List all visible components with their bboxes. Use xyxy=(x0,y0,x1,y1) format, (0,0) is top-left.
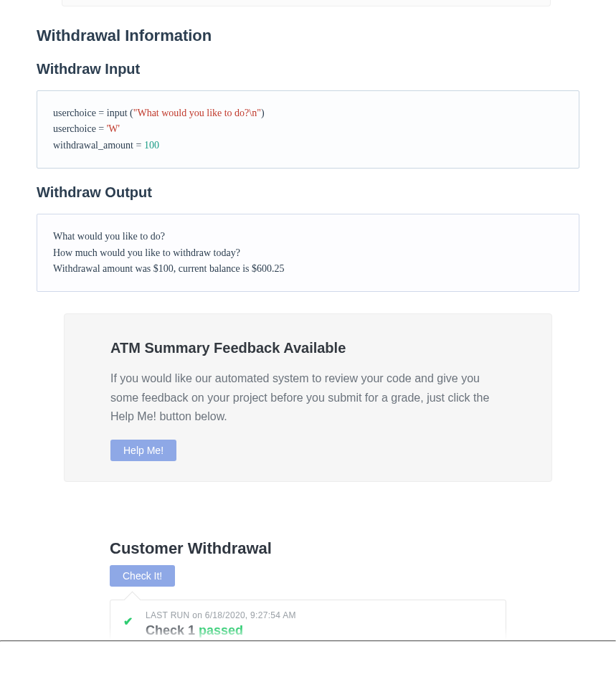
heading-withdraw-output: Withdraw Output xyxy=(37,184,579,201)
code-input-box: userchoice = input ("What would you like… xyxy=(37,90,579,169)
feedback-title: ATM Summary Feedback Available xyxy=(110,340,506,356)
heading-withdraw-input: Withdraw Input xyxy=(37,61,579,77)
code-line: withdrawal_amount = 100 xyxy=(53,138,563,153)
feedback-body: If you would like our automated system t… xyxy=(110,369,506,426)
code-number: 100 xyxy=(144,140,159,151)
last-run-timestamp: 6/18/2020, 9:27:54 AM xyxy=(205,610,296,620)
code-text: ) xyxy=(261,108,265,118)
customer-withdrawal-section: Customer Withdrawal Check It! ✔ LAST RUN… xyxy=(64,539,552,640)
output-line: Withdrawal amount was $100, current bala… xyxy=(53,261,563,277)
code-line: userchoice = input ("What would you like… xyxy=(53,105,563,121)
bottom-border xyxy=(0,640,616,642)
code-string: "What would you like to do?\n" xyxy=(133,108,261,118)
last-run-label: LAST RUN xyxy=(146,610,190,620)
customer-withdrawal-title: Customer Withdrawal xyxy=(110,539,506,558)
last-run-on: on xyxy=(192,610,202,620)
output-line: What would you like to do? xyxy=(53,229,563,245)
check-number: Check 1 xyxy=(146,623,195,638)
code-text: userchoice = input ( xyxy=(53,108,133,118)
last-run-meta: LAST RUN on 6/18/2020, 9:27:54 AM xyxy=(146,610,296,620)
code-string: 'W' xyxy=(107,123,120,134)
code-text: withdrawal_amount = xyxy=(53,140,144,151)
help-me-button[interactable]: Help Me! xyxy=(110,440,176,461)
code-line: userchoice = 'W' xyxy=(53,121,563,137)
code-output-box: What would you like to do? How much woul… xyxy=(37,214,579,292)
check-result-box: ✔ LAST RUN on 6/18/2020, 9:27:54 AM Chec… xyxy=(110,600,506,640)
checkmark-icon: ✔ xyxy=(123,615,133,628)
previous-card-bottom xyxy=(62,0,551,6)
feedback-card: ATM Summary Feedback Available If you wo… xyxy=(64,313,552,481)
heading-withdrawal-information: Withdrawal Information xyxy=(37,27,579,45)
check-result-title: Check 1 passed xyxy=(146,623,296,638)
code-text: userchoice = xyxy=(53,123,107,134)
check-status: passed xyxy=(199,623,243,638)
check-it-button[interactable]: Check It! xyxy=(110,565,175,587)
output-line: How much would you like to withdraw toda… xyxy=(53,245,563,261)
